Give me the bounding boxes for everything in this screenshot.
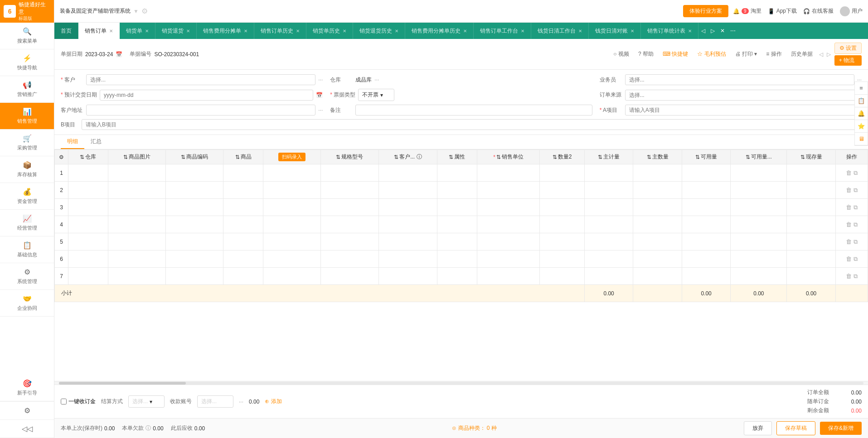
close-icon[interactable]: ✕	[395, 29, 398, 34]
cell-qty2[interactable]	[540, 250, 585, 268]
cell-qty2[interactable]	[540, 268, 585, 285]
cell-product[interactable]	[223, 268, 263, 285]
profit-btn[interactable]: ☆ 毛利预估	[694, 49, 728, 59]
cell-unit[interactable]	[477, 182, 539, 199]
save-draft-btn[interactable]: 保存草稿	[776, 421, 815, 435]
cell-product[interactable]	[223, 216, 263, 233]
delete-icon[interactable]: 🗑	[846, 169, 852, 176]
quick-payment-check[interactable]	[61, 399, 67, 404]
right-panel-btn-2[interactable]: 📋	[855, 95, 868, 107]
cell-attr[interactable]	[437, 250, 477, 268]
cell-warehouse[interactable]	[68, 250, 108, 268]
cell-qty2[interactable]	[540, 182, 585, 199]
tab-sales-order[interactable]: 销售订单 ✕	[78, 23, 120, 39]
delete-icon[interactable]: 🗑	[846, 238, 852, 245]
tab-next-btn[interactable]: ▷	[708, 28, 718, 34]
cell-warehouse[interactable]	[68, 199, 108, 216]
scrollbar-thumb[interactable]	[59, 382, 186, 385]
close-icon[interactable]: ✕	[578, 29, 582, 34]
tab-daily-reconcile[interactable]: 钱货日清对账 ✕	[589, 23, 641, 39]
cell-code[interactable]	[165, 182, 223, 199]
notes-input[interactable]	[355, 105, 592, 116]
tab-summary[interactable]: 汇总	[84, 135, 108, 149]
operation-btn[interactable]: ≡ 操作	[763, 49, 784, 59]
cell-spec[interactable]	[321, 233, 378, 250]
copy-icon[interactable]: ⧉	[853, 204, 858, 211]
tab-daily-clear-workbench[interactable]: 钱货日清工作台 ✕	[531, 23, 589, 39]
sort-icon[interactable]: ⇅	[496, 154, 501, 160]
sort-icon[interactable]: ⇅	[598, 154, 602, 160]
customer-more[interactable]: ···	[318, 77, 323, 83]
cell-spec[interactable]	[321, 199, 378, 216]
user-btn[interactable]: 用户	[840, 6, 863, 16]
calendar-icon[interactable]: 📅	[116, 51, 122, 58]
cell-attr[interactable]	[437, 268, 477, 285]
cell-main-qty[interactable]	[633, 268, 682, 285]
cell-main-qty[interactable]	[633, 164, 682, 182]
tab-sales-return[interactable]: 销货退货 ✕	[155, 23, 197, 39]
online-service-btn[interactable]: 🎧 在线客服	[803, 7, 834, 15]
close-icon[interactable]: ✕	[244, 29, 247, 34]
sidebar-item-inventory[interactable]: 📦 库存核算	[0, 156, 54, 183]
copy-icon[interactable]: ⧉	[853, 169, 858, 177]
cell-warehouse[interactable]	[68, 164, 108, 182]
cell-attr[interactable]	[437, 182, 477, 199]
cell-attr[interactable]	[437, 233, 477, 250]
table-scrollbar[interactable]	[54, 381, 868, 385]
date-icon[interactable]: 📅	[316, 92, 323, 98]
sort-icon[interactable]: ⇅	[123, 154, 128, 160]
cell-qty2[interactable]	[540, 216, 585, 233]
copy-icon[interactable]: ⧉	[853, 255, 858, 263]
cell-code[interactable]	[165, 164, 223, 182]
cell-unit[interactable]	[477, 216, 539, 233]
more-dots[interactable]: ···	[239, 399, 243, 405]
cell-customer-code[interactable]	[378, 233, 437, 250]
delete-icon[interactable]: 🗑	[846, 204, 852, 211]
sort-icon[interactable]: ⇅	[553, 154, 557, 160]
cell-customer-code[interactable]	[378, 268, 437, 285]
cell-attr[interactable]	[437, 164, 477, 182]
cell-warehouse[interactable]	[68, 216, 108, 233]
order-source-input[interactable]	[625, 90, 856, 101]
cell-main-qty[interactable]	[633, 182, 682, 199]
close-icon[interactable]: ✕	[630, 29, 634, 34]
customer-input[interactable]	[86, 74, 315, 85]
right-panel-btn-1[interactable]: ≡	[855, 82, 868, 95]
right-panel-btn-5[interactable]: 🖥	[855, 133, 868, 145]
sidebar-item-enterprise[interactable]: 🤝 企业协同	[0, 290, 54, 317]
tab-sales-fee-split[interactable]: 销售费用分摊单 ✕	[197, 23, 254, 39]
cell-main-qty[interactable]	[633, 199, 682, 216]
copy-icon[interactable]: ⧉	[853, 273, 858, 280]
right-panel-btn-4[interactable]: ⭐	[855, 120, 868, 133]
cell-customer-code[interactable]	[378, 164, 437, 182]
tab-menu-btn[interactable]: ⋯	[727, 28, 738, 34]
copy-icon[interactable]: ⧉	[853, 221, 858, 228]
settlement-select[interactable]: 选择... ▾	[128, 395, 165, 408]
close-icon[interactable]: ✕	[296, 29, 300, 34]
trial-btn[interactable]: 体验行业方案	[683, 5, 728, 17]
cell-main-qty[interactable]	[633, 233, 682, 250]
add-goods-btn[interactable]: + 物流	[834, 55, 862, 66]
cell-attr[interactable]	[437, 216, 477, 233]
tab-home[interactable]: 首页	[54, 23, 78, 39]
sidebar-item-search[interactable]: 🔍 搜索菜单	[0, 23, 54, 49]
sort-icon[interactable]: ⇅	[746, 154, 750, 160]
close-icon[interactable]: ✕	[463, 29, 467, 34]
cell-spec[interactable]	[321, 216, 378, 233]
tab-return-history[interactable]: 销货退货历史 ✕	[353, 23, 405, 39]
sidebar-item-purchase[interactable]: 🛒 采购管理	[0, 130, 54, 156]
save-new-btn[interactable]: 保存&新增	[820, 422, 862, 435]
add-payment-btn[interactable]: ⊕ 添加	[265, 398, 281, 405]
cell-warehouse[interactable]	[68, 268, 108, 285]
warehouse-more[interactable]: ···	[374, 77, 379, 83]
right-panel-btn-3[interactable]: 🔔	[855, 107, 868, 120]
sidebar-item-system[interactable]: ⚙ 系统管理	[0, 263, 54, 290]
sort-icon[interactable]: ⇅	[336, 154, 340, 160]
salesperson-input[interactable]	[625, 74, 854, 85]
cell-code[interactable]	[165, 233, 223, 250]
app-download-btn[interactable]: 📱 App下载	[768, 7, 797, 15]
notification-btn[interactable]: 🔔 9 淘里	[733, 7, 761, 15]
cell-unit[interactable]	[477, 164, 539, 182]
tab-sales-list-history[interactable]: 销货单历史 ✕	[306, 23, 353, 39]
nav-prev[interactable]: ◁	[819, 51, 823, 58]
